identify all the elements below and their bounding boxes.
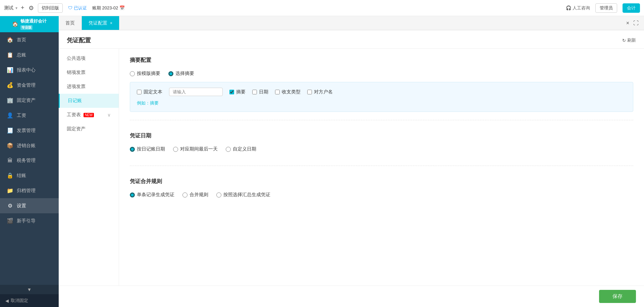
summary-radio-template-label: 按模版摘要	[137, 71, 160, 77]
switch-to-old-btn[interactable]: 切到旧版	[38, 3, 63, 13]
summary-radio-select[interactable]: 选择摘要	[168, 71, 194, 77]
main-layout: 🏠 畅捷通好会计 专业版 🏠 首页 📋 总账 📊 报表中心 💰 资金管理	[0, 16, 644, 307]
voucher-merge-summary-input[interactable]	[216, 192, 221, 198]
page-content: 凭证配置 ↻ 刷新 公共选项 销项发票 进项发票	[59, 30, 644, 307]
summary-checkbox-input[interactable]	[229, 90, 234, 94]
voucher-merge-single[interactable]: 单条记录生成凭证	[130, 192, 174, 198]
counterpart-checkbox[interactable]: 对方户名	[307, 89, 333, 95]
config-nav-public-label: 公共选项	[67, 55, 86, 61]
sidebar-label-capital: 资金管理	[17, 82, 36, 88]
voucher-date-custom-input[interactable]	[226, 147, 231, 152]
voucher-merge-rule[interactable]: 合并规则	[182, 192, 208, 198]
voucher-date-diary[interactable]: 按日记账日期	[130, 146, 165, 152]
invoice-mgmt-icon: 🧾	[7, 127, 13, 134]
sidebar-item-payroll[interactable]: 👤 工资	[0, 108, 59, 123]
sidebar-label-home: 首页	[17, 37, 26, 43]
sidebar-item-invoice-mgmt[interactable]: 🧾 发票管理	[0, 123, 59, 138]
voucher-date-custom-label: 自定义日期	[233, 146, 256, 152]
sidebar-item-ledger[interactable]: 📋 总账	[0, 47, 59, 62]
reports-icon: 📊	[7, 67, 13, 73]
sales-purchase-icon: 📦	[7, 142, 13, 149]
tax-mgmt-icon: 🏛	[7, 158, 13, 164]
page-footer: 保存	[59, 286, 644, 307]
admin-button[interactable]: 管理员	[595, 3, 617, 13]
voucher-merge-summary[interactable]: 按照选择汇总生成凭证	[216, 192, 270, 198]
accountant-button[interactable]: 会计	[623, 3, 640, 13]
settings-icon-sidebar: ⚙	[7, 203, 13, 209]
sidebar-cancel-fixed[interactable]: ◀ 取消固定	[0, 294, 59, 307]
config-nav-fixed-asset[interactable]: 固定资产	[59, 122, 119, 136]
sidebar-item-beginner[interactable]: 🎬 新手引导	[0, 213, 59, 228]
income-type-checkbox[interactable]: 收支类型	[275, 89, 301, 95]
fixed-text-label: 固定文本	[144, 89, 162, 95]
consultant-btn[interactable]: 🎧 人工咨询	[566, 5, 590, 11]
calendar-icon[interactable]: 📅	[119, 5, 125, 10]
sidebar-item-capital[interactable]: 💰 资金管理	[0, 78, 59, 93]
fixed-text-input[interactable]	[169, 88, 223, 96]
cancel-fixed-icon: ◀	[5, 298, 9, 303]
summary-section-title: 摘要配置	[130, 57, 633, 64]
summary-radio-group: 按模版摘要 选择摘要	[130, 71, 633, 77]
fixed-assets-icon: 🏢	[7, 97, 13, 103]
voucher-date-last-day[interactable]: 对应期间最后一天	[173, 146, 218, 152]
summary-config-section: 摘要配置 按模版摘要 选择摘要	[130, 57, 633, 120]
sidebar-item-home[interactable]: 🏠 首页	[0, 32, 59, 47]
sidebar-label-reports: 报表中心	[17, 67, 36, 73]
tab-config[interactable]: 凭证配置 ×	[82, 16, 119, 30]
beginner-icon: 🎬	[7, 218, 13, 224]
summary-radio-select-input[interactable]	[168, 71, 173, 76]
page-title: 凭证配置	[67, 36, 91, 44]
headset-icon: 🎧	[566, 5, 571, 10]
payroll-icon: 👤	[7, 112, 13, 119]
tab-close-icon[interactable]: ×	[110, 21, 112, 26]
sidebar-item-archive[interactable]: 📁 归档管理	[0, 183, 59, 198]
config-nav-payroll-table[interactable]: 工资表 NEW ∨	[59, 108, 119, 122]
sidebar-item-tax-mgmt[interactable]: 🏛 税务管理	[0, 153, 59, 168]
sidebar-item-settings[interactable]: ⚙ 设置	[0, 198, 59, 213]
add-button[interactable]: +	[21, 4, 24, 11]
sidebar-label-beginner: 新手引导	[17, 218, 36, 224]
sidebar-label-archive: 归档管理	[17, 188, 36, 194]
summary-checkbox[interactable]: 摘要	[229, 89, 246, 95]
tab-expand-button[interactable]: ⛶	[632, 19, 640, 28]
config-nav-public[interactable]: 公共选项	[59, 51, 119, 65]
summary-radio-template-input[interactable]	[130, 71, 135, 76]
refresh-button[interactable]: ↻ 刷新	[622, 37, 636, 43]
content-area: 首页 凭证配置 × × ⛶ 凭证配置 ↻ 刷新	[59, 16, 644, 307]
company-selector[interactable]: 测试 ▾	[4, 5, 17, 11]
settings-icon[interactable]: ⚙	[29, 4, 34, 12]
config-nav-diary[interactable]: 日记账	[59, 94, 119, 108]
date-checkbox[interactable]: 日期	[252, 89, 268, 95]
voucher-date-custom[interactable]: 自定义日期	[226, 146, 256, 152]
tab-bar: 首页 凭证配置 × × ⛶	[59, 16, 644, 30]
voucher-date-radio-group: 按日记账日期 对应期间最后一天 自定义日期	[130, 146, 633, 152]
voucher-merge-single-input[interactable]	[130, 192, 135, 198]
config-layout: 公共选项 销项发票 进项发票 日记账 工资表 NEW	[59, 49, 644, 286]
save-button[interactable]: 保存	[599, 290, 636, 303]
voucher-date-diary-input[interactable]	[130, 147, 135, 152]
sidebar: 🏠 畅捷通好会计 专业版 🏠 首页 📋 总账 📊 报表中心 💰 资金管理	[0, 16, 59, 307]
sidebar-item-sales-purchase[interactable]: 📦 进销台账	[0, 138, 59, 153]
tab-close-button[interactable]: ×	[625, 19, 631, 28]
summary-radio-template[interactable]: 按模版摘要	[130, 71, 160, 77]
config-nav-purchase-invoice[interactable]: 进项发票	[59, 80, 119, 94]
tab-home[interactable]: 首页	[59, 16, 82, 30]
sidebar-scroll-down[interactable]: ▼	[0, 285, 59, 294]
date-checkbox-input[interactable]	[252, 90, 257, 94]
sidebar-label-tax-mgmt: 税务管理	[17, 158, 36, 164]
config-nav-purchase-invoice-label: 进项发票	[67, 84, 86, 89]
fixed-text-checkbox-input[interactable]	[137, 90, 142, 94]
income-type-checkbox-input[interactable]	[275, 90, 280, 94]
sidebar-item-fixed-assets[interactable]: 🏢 固定资产	[0, 93, 59, 108]
counterpart-checkbox-input[interactable]	[307, 90, 312, 94]
sidebar-item-close-period[interactable]: 🔒 结账	[0, 168, 59, 183]
company-name: 测试	[4, 5, 13, 11]
fixed-text-checkbox[interactable]: 固定文本	[137, 89, 162, 95]
voucher-merge-rule-input[interactable]	[182, 192, 187, 198]
sidebar-item-reports[interactable]: 📊 报表中心	[0, 62, 59, 78]
config-nav-diary-label: 日记账	[68, 98, 82, 103]
certified-badge: 🛡 已认证	[68, 5, 87, 11]
refresh-icon: ↻	[622, 38, 626, 43]
voucher-date-last-day-input[interactable]	[173, 147, 178, 152]
config-nav-sales-invoice[interactable]: 销项发票	[59, 65, 119, 80]
